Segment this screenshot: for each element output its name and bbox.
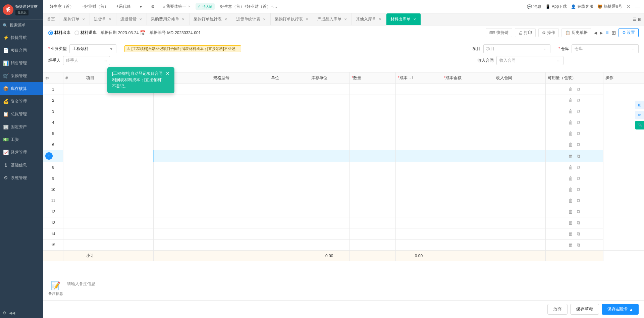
row-10-delete-btn[interactable]: 🗑 bbox=[567, 186, 574, 193]
save-new-button[interactable]: 保存&新增 ▲ bbox=[602, 304, 639, 315]
row-3-copy-btn[interactable]: ⧉ bbox=[575, 108, 582, 115]
tab-purchase-exec[interactable]: 采购订单执行表 ✕ bbox=[271, 13, 313, 25]
row-2-material[interactable] bbox=[84, 95, 153, 106]
sidebar-item-basic-info[interactable]: ℹ 基础信息 bbox=[0, 159, 43, 171]
sidebar-item-project-contract[interactable]: 📄 项目合同 bbox=[0, 44, 43, 57]
row-8-copy-btn[interactable]: ⧉ bbox=[575, 164, 582, 171]
next-record-icon[interactable]: ▶ bbox=[600, 31, 603, 35]
print-btn[interactable]: 🖨 打印 bbox=[515, 28, 536, 37]
row-1-cost-amount[interactable] bbox=[396, 84, 442, 95]
cost-info-icon[interactable]: ℹ bbox=[412, 75, 414, 80]
top-nav-dropdown[interactable]: ▼ bbox=[136, 3, 146, 10]
user-avatar[interactable]: 🐯 畅捷通8号 bbox=[597, 4, 622, 9]
app-download-action[interactable]: 📱 App下载 bbox=[545, 4, 567, 9]
th-settings[interactable]: ⚙ bbox=[43, 72, 63, 84]
tab-home[interactable]: 首页 bbox=[43, 13, 59, 25]
row-10-copy-btn[interactable]: ⧉ bbox=[575, 186, 582, 193]
message-action[interactable]: 💬 消息 bbox=[527, 4, 541, 9]
radio-material-out[interactable]: 材料出库 bbox=[48, 30, 70, 36]
sidebar-item-fixed-assets[interactable]: 🏢 固定资产 bbox=[0, 120, 43, 133]
top-nav-more[interactable]: 好生意（首）+好业财（首）+… bbox=[217, 2, 280, 11]
tab-close-other-inbound[interactable]: ✕ bbox=[378, 17, 382, 22]
radio-material-return[interactable]: 材料退库 bbox=[74, 30, 97, 36]
row-14-delete-btn[interactable]: 🗑 bbox=[567, 230, 574, 237]
row-12-delete-btn[interactable]: 🗑 bbox=[567, 208, 574, 215]
row-11-copy-btn[interactable]: ⧉ bbox=[575, 197, 582, 204]
tab-list-icon[interactable]: ☰ bbox=[633, 17, 637, 22]
list-view-icon[interactable]: ≡ bbox=[605, 30, 608, 36]
tab-purchase-return[interactable]: 进退货货 ✕ bbox=[116, 13, 147, 25]
tab-close-purchase-expense[interactable]: ✕ bbox=[181, 17, 185, 22]
row-5-delete-btn[interactable]: 🗑 bbox=[567, 130, 574, 137]
row-1-delete-btn[interactable]: 🗑 bbox=[567, 86, 574, 93]
row-2-stock-unit[interactable] bbox=[269, 95, 309, 106]
tooltip-close-btn[interactable]: ✕ bbox=[166, 70, 170, 77]
calendar-icon[interactable]: 📅 bbox=[140, 30, 146, 36]
row-2-qty[interactable] bbox=[309, 95, 350, 106]
sidebar-item-operations[interactable]: 📈 经营管理 bbox=[0, 146, 43, 159]
row-2-income[interactable] bbox=[442, 95, 494, 106]
row-1-income[interactable] bbox=[442, 84, 494, 95]
tab-purchase-stats[interactable]: 采购订单统计表 ✕ bbox=[190, 13, 232, 25]
row-12-copy-btn[interactable]: ⧉ bbox=[575, 208, 582, 215]
sidebar-item-payroll[interactable]: 💵 工资 bbox=[0, 133, 43, 146]
history-btn[interactable]: 📋 历史单据 bbox=[561, 28, 591, 37]
prev-record-icon[interactable]: ◀ bbox=[594, 31, 597, 35]
minimize-btn[interactable]: — bbox=[635, 4, 640, 10]
row-2-available[interactable] bbox=[494, 95, 546, 106]
row-1-available[interactable] bbox=[494, 84, 546, 95]
gear-icon[interactable]: ⚙ bbox=[3, 311, 6, 315]
page-settings-btn[interactable]: ⚙ 设置 bbox=[619, 28, 639, 37]
tab-close-purchase-return[interactable]: ✕ bbox=[139, 17, 143, 22]
row-2-project[interactable] bbox=[63, 95, 84, 106]
row-2-spec[interactable] bbox=[153, 95, 211, 106]
tab-close-purchase-receipt[interactable]: ✕ bbox=[108, 17, 112, 22]
row-11-delete-btn[interactable]: 🗑 bbox=[567, 197, 574, 204]
new-row-col2[interactable] bbox=[84, 150, 153, 162]
warehouse-input[interactable]: 仓库 ··· bbox=[572, 44, 639, 53]
row-15-delete-btn[interactable]: 🗑 bbox=[567, 242, 574, 248]
tab-material-outbound[interactable]: 材料出库单 ✕ bbox=[386, 13, 421, 25]
sidebar-item-general-ledger[interactable]: 📋 总账管理 bbox=[0, 108, 43, 120]
top-nav-settings-gear[interactable]: ⚙ bbox=[148, 3, 157, 10]
row-1-copy-btn[interactable]: ⧉ bbox=[575, 86, 582, 93]
tab-finished-goods[interactable]: 产成品入库单 ✕ bbox=[313, 13, 352, 25]
row-2-unit[interactable] bbox=[211, 95, 269, 106]
tab-grid-icon[interactable]: ⊞ bbox=[638, 17, 641, 22]
row-3-project[interactable] bbox=[63, 106, 84, 117]
row-4-copy-btn[interactable]: ⧉ bbox=[575, 119, 582, 126]
tab-other-inbound[interactable]: 其他入库单 ✕ bbox=[352, 13, 386, 25]
row-8-delete-btn[interactable]: 🗑 bbox=[567, 164, 574, 171]
discard-button[interactable]: 放弃 bbox=[547, 304, 568, 315]
new-row-copy-btn[interactable]: ⧉ bbox=[575, 153, 582, 159]
sidebar-item-inventory[interactable]: 📦 库存核算 bbox=[0, 82, 43, 95]
row-2-copy-btn[interactable]: ⧉ bbox=[575, 97, 582, 104]
tab-purchase-order[interactable]: 采购订单 ✕ bbox=[59, 13, 90, 25]
top-nav-haoshengyi[interactable]: 好生意（首） bbox=[47, 2, 76, 11]
grid-view-icon[interactable]: ⊞ bbox=[611, 30, 616, 36]
tab-close-purchase-exec[interactable]: ✕ bbox=[305, 17, 309, 22]
row-15-copy-btn[interactable]: ⧉ bbox=[575, 242, 582, 248]
row-2-cost[interactable] bbox=[350, 95, 396, 106]
row-2-cost-amount[interactable] bbox=[396, 95, 442, 106]
row-6-copy-btn[interactable]: ⧉ bbox=[575, 141, 582, 148]
project-input[interactable]: 项目 ··· bbox=[483, 44, 550, 53]
tab-receipt-stats[interactable]: 进货单统计表 ✕ bbox=[232, 13, 271, 25]
row-6-delete-btn[interactable]: 🗑 bbox=[567, 141, 574, 148]
tab-close-purchase-order[interactable]: ✕ bbox=[82, 17, 86, 22]
income-contract-input[interactable]: 收入合同 ··· bbox=[496, 56, 564, 65]
business-type-input[interactable]: 工程领料 ▼ bbox=[69, 44, 116, 53]
right-icon-1[interactable]: ⊞ bbox=[635, 101, 644, 109]
row-1-stock-unit[interactable] bbox=[269, 84, 309, 95]
handler-input[interactable]: 经手人 ··· bbox=[63, 56, 110, 65]
add-row-btn[interactable]: + bbox=[45, 152, 53, 160]
tab-close-purchase-stats[interactable]: ✕ bbox=[224, 17, 228, 22]
collapse-icon[interactable]: ◀◀ bbox=[9, 311, 15, 315]
sidebar-item-sales[interactable]: 📊 销售管理 bbox=[0, 57, 43, 69]
row-13-copy-btn[interactable]: ⧉ bbox=[575, 219, 582, 226]
close-window-btn[interactable]: ✕ bbox=[626, 3, 631, 10]
notes-input[interactable] bbox=[67, 281, 639, 290]
row-2-delete-btn[interactable]: 🗑 bbox=[567, 97, 574, 104]
sidebar-item-system[interactable]: ⚙ 系统管理 bbox=[0, 171, 43, 184]
shortcut-btn[interactable]: ⌨ 快捷键 bbox=[486, 28, 512, 37]
